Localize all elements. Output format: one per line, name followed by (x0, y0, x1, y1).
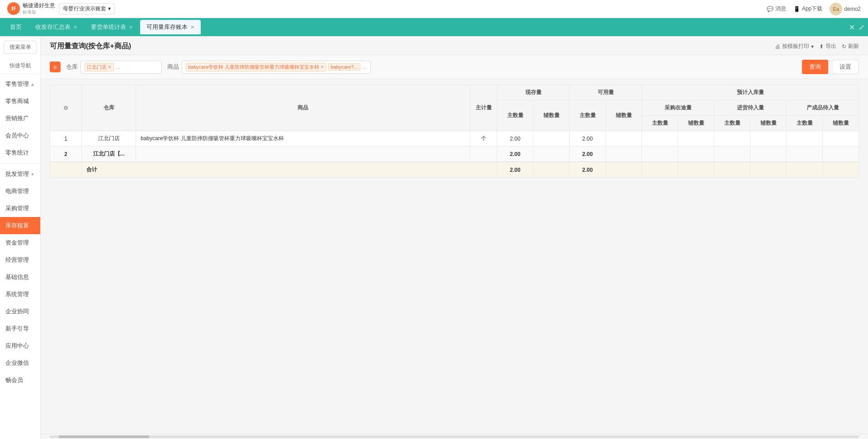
sidebar-item-operation[interactable]: 经营管理 (0, 251, 40, 269)
filter-actions: 查询 设置 (802, 60, 859, 74)
query-btn[interactable]: 查询 (802, 60, 828, 74)
row1-incoming-aux (750, 131, 787, 146)
user-area[interactable]: Ea demo2 (830, 3, 861, 15)
incoming-main-header: 主数量 (714, 116, 750, 131)
sidebar-item-wechat[interactable]: 企业微信 (0, 354, 40, 372)
expand-icon[interactable]: ⤢ (859, 23, 864, 32)
footer-purchase-main (642, 162, 678, 178)
sidebar-item-retail-mgmt[interactable]: 零售管理 ▲ (0, 76, 40, 93)
scroll-thumb[interactable] (59, 435, 149, 438)
sidebar-item-basic-info[interactable]: 基础信息 (0, 269, 40, 286)
settings-col-header[interactable]: ⚙ (50, 85, 82, 131)
main-layout: 搜索菜单 快捷导航 零售管理 ▲ 零售商城 营销推广 会员中心 零售统计 批发管… (0, 36, 868, 439)
footer-stock-main: 2.00 (497, 162, 533, 178)
available-group-header: 可用量 (570, 85, 642, 100)
page-title: 可用量查询(按仓库+商品) (50, 42, 131, 51)
footer-available-main: 2.00 (570, 162, 606, 178)
row1-production-main (787, 131, 823, 146)
product-filter: 商品 babycare学饮杯 儿童防摔防撞吸管杯重力球吸嘴杯宝宝水杯 ✕ bab… (167, 61, 371, 74)
footer-purchase-aux (678, 162, 714, 178)
footer-production-aux (823, 162, 859, 178)
purchase-aux-header: 辅数量 (678, 116, 714, 131)
company-sub: 标准版 (23, 9, 55, 15)
warehouse-ellipsis[interactable]: ... (116, 64, 120, 70)
top-bar-right: 💬 消息 📱 App下载 Ea demo2 (767, 3, 861, 15)
tab-available[interactable]: 可用量库存账本 ✕ (140, 20, 201, 34)
sidebar-item-purchase[interactable]: 采购管理 (0, 200, 40, 217)
footer-available-aux (606, 162, 642, 178)
warehouse-input[interactable]: 江北门店 ✕ ... (80, 61, 162, 74)
tab-requisition[interactable]: 要货单统计表 ✕ (85, 20, 139, 34)
footer-production-main (787, 162, 823, 178)
row1-product: babycare学饮杯 儿童防摔防撞吸管杯重力球吸嘴杯宝宝水杯 (136, 131, 470, 146)
production-aux-header: 辅数量 (823, 116, 859, 131)
company-name: 畅捷通好生意 (23, 2, 55, 9)
row1-warehouse: 江北门店 (82, 131, 136, 146)
divider (0, 163, 40, 164)
remove-warehouse-tag[interactable]: ✕ (108, 64, 112, 70)
available-main-header: 主数量 (570, 100, 606, 131)
sidebar-item-inventory[interactable]: 库存核算 (0, 217, 40, 234)
data-table: ⚙ 仓库 商品 主计量 现存量 可用量 预计入库量 主数量 辅数量 主数量 辅数… (50, 85, 859, 178)
refresh-btn[interactable]: ↻ 刷新 (842, 42, 859, 50)
stock-aux-header: 辅数量 (533, 100, 570, 131)
product-tag2: babycare?... (328, 63, 360, 71)
sidebar-item-retail-mall[interactable]: 零售商城 (0, 93, 40, 110)
product-label: 商品 (167, 63, 179, 71)
print-icon: 🖨 (775, 43, 780, 50)
scroll-track[interactable] (50, 435, 859, 438)
avatar: Ea (830, 3, 842, 15)
warehouse-tag: 江北门店 ✕ (85, 63, 114, 71)
sidebar-item-member[interactable]: 会员中心 (0, 127, 40, 144)
tab-home[interactable]: 首页 (4, 20, 28, 34)
sidebar-item-new-guide[interactable]: 新手引导 (0, 320, 40, 337)
tab-receivable[interactable]: 收发存汇总表 ✕ (29, 20, 84, 34)
sidebar-item-ecommerce[interactable]: 电商管理 (0, 183, 40, 200)
product-col-header: 商品 (136, 85, 470, 131)
sidebar-item-finance[interactable]: 资金管理 (0, 234, 40, 251)
print-btn[interactable]: 🖨 按模板打印 ▾ (775, 42, 814, 50)
remove-product-tag1[interactable]: ✕ (320, 64, 324, 70)
table-area: ⚙ 仓库 商品 主计量 现存量 可用量 预计入库量 主数量 辅数量 主数量 辅数… (41, 79, 868, 434)
message-btn[interactable]: 💬 消息 (767, 5, 786, 13)
close-tab-receivable[interactable]: ✕ (73, 24, 77, 30)
search-menu-btn[interactable]: 搜索菜单 (4, 41, 37, 54)
product-ellipsis[interactable]: ... (362, 64, 367, 70)
warehouse-col-header: 仓库 (82, 85, 136, 131)
close-tab-available[interactable]: ✕ (190, 24, 194, 30)
close-tab-requisition[interactable]: ✕ (129, 24, 133, 30)
sidebar: 搜索菜单 快捷导航 零售管理 ▲ 零售商城 营销推广 会员中心 零售统计 批发管… (0, 36, 41, 439)
sidebar-item-app-center[interactable]: 应用中心 (0, 337, 40, 354)
row2-stock-aux (533, 146, 570, 162)
row1-production-aux (823, 131, 859, 146)
sidebar-item-wholesale-mgmt[interactable]: 批发管理 ▼ (0, 165, 40, 183)
sidebar-item-enterprise[interactable]: 企业协同 (0, 303, 40, 320)
row1-unit: 个 (470, 131, 497, 146)
table-row: 1 江北门店 babycare学饮杯 儿童防摔防撞吸管杯重力球吸嘴杯宝宝水杯 个… (50, 131, 859, 146)
filter-expand-btn[interactable]: » (50, 61, 61, 72)
quick-nav-btn[interactable]: 快捷导航 (0, 58, 40, 74)
sidebar-item-retail-stats[interactable]: 零售统计 (0, 144, 40, 161)
export-icon: ⬆ (819, 43, 824, 50)
row2-incoming-main (714, 146, 750, 162)
close-all-tabs-icon[interactable]: ✕ (849, 23, 855, 32)
settings-btn[interactable]: 设置 (832, 60, 859, 74)
sidebar-item-vip[interactable]: 畅会员 (0, 372, 40, 389)
logo-area: 好 畅捷通好生意 标准版 (7, 2, 55, 15)
chevron-icon-2: ▼ (30, 172, 35, 177)
chevron-icon: ▲ (30, 82, 35, 87)
table-footer-row: 合计 2.00 2.00 (50, 162, 859, 178)
sidebar-item-system[interactable]: 系统管理 (0, 286, 40, 303)
sidebar-item-marketing[interactable]: 营销推广 (0, 110, 40, 127)
app-download-btn[interactable]: 📱 App下载 (793, 5, 822, 13)
row2-stock-main: 2.00 (497, 146, 533, 162)
table-row: 2 江北门店【... 2.00 2.00 (50, 146, 859, 162)
header-actions: 🖨 按模板打印 ▾ ⬆ 导出 ↻ 刷新 (775, 42, 859, 50)
product-input[interactable]: babycare学饮杯 儿童防摔防撞吸管杯重力球吸嘴杯宝宝水杯 ✕ babyca… (182, 61, 371, 74)
incoming-aux-header: 辅数量 (750, 116, 787, 131)
forecast-group-header: 预计入库量 (642, 85, 859, 100)
account-selector[interactable]: 母婴行业演示账套 ▾ (59, 3, 115, 14)
export-btn[interactable]: ⬆ 导出 (819, 42, 836, 50)
footer-empty1 (50, 162, 82, 178)
scroll-bar-area (41, 434, 868, 439)
